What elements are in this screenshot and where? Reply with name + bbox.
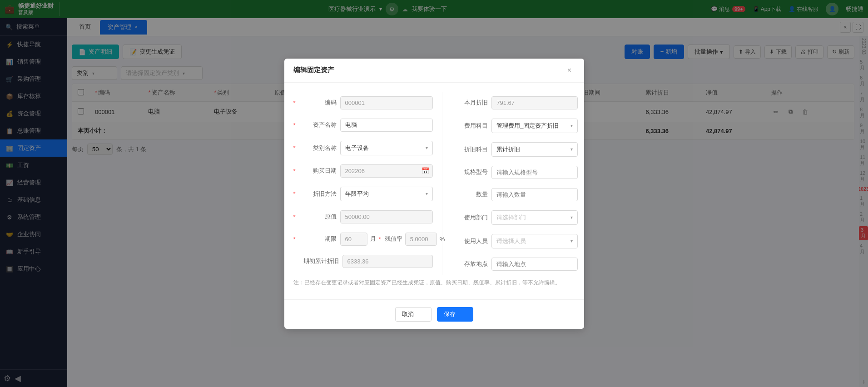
life-label: 期限 — [300, 235, 337, 243]
life-unit: 月 — [370, 235, 376, 243]
modal-body: * 编码 * 资产名称 * 类别名称 电子 — [284, 83, 584, 299]
person-dropdown-icon: ▾ — [570, 238, 573, 243]
expense-account-dropdown-icon: ▾ — [570, 123, 573, 128]
form-row-monthly-dep: 本月折旧 — [451, 92, 578, 114]
form-row-location: 存放地点 — [451, 253, 578, 275]
modal-overlay: 编辑固定资产 × * 编码 * 资产名称 — [0, 0, 868, 387]
spec-model-input[interactable] — [491, 166, 578, 179]
expense-account-value: 管理费用_固定资产折旧 — [496, 122, 559, 130]
category-dropdown-icon: ▾ — [426, 145, 428, 150]
modal-note: 注：已经存在变更记录或者对应固定资产已经生成凭证，原值、购买日期、残值率、累计折… — [293, 275, 575, 290]
dep-method-value: 年限平均 — [345, 190, 369, 198]
modal-header: 编辑固定资产 × — [284, 59, 584, 83]
quantity-label: 数量 — [451, 190, 488, 198]
dep-account-select[interactable]: 累计折旧 ▾ — [491, 142, 578, 157]
code-field-label: 编码 — [300, 99, 337, 107]
edit-asset-modal: 编辑固定资产 × * 编码 * 资产名称 — [284, 59, 584, 329]
location-label: 存放地点 — [451, 260, 488, 268]
purchase-date-label: 购买日期 — [300, 167, 337, 175]
form-row-category: * 类别名称 电子设备 ▾ — [293, 136, 433, 160]
calendar-icon[interactable]: 📅 — [422, 167, 429, 174]
dep-account-dropdown-icon: ▾ — [570, 147, 573, 152]
form-row-quantity: 数量 — [451, 184, 578, 206]
form-row-original-value: * 原值 — [293, 206, 433, 228]
dep-method-label: 折旧方法 — [300, 190, 337, 198]
dep-account-value: 累计折旧 — [496, 145, 520, 154]
life-input[interactable] — [340, 233, 367, 246]
form-left-col: * 编码 * 资产名称 * 类别名称 电子 — [293, 92, 443, 275]
modal-form: * 编码 * 资产名称 * 类别名称 电子 — [293, 92, 575, 275]
opening-dep-label: 期初累计折旧 — [293, 257, 339, 265]
save-button[interactable]: 保存 — [437, 307, 473, 322]
form-row-life: * 期限 月 * 残值率 % — [293, 228, 433, 250]
monthly-dep-input[interactable] — [491, 96, 578, 109]
monthly-dep-label: 本月折旧 — [451, 99, 488, 107]
form-row-purchase-date: * 购买日期 📅 — [293, 160, 433, 182]
opening-dep-input[interactable] — [342, 255, 433, 268]
asset-name-input[interactable] — [340, 119, 433, 132]
purchase-date-input[interactable] — [340, 164, 433, 178]
person-select[interactable]: 请选择人员 ▾ — [491, 234, 578, 248]
original-value-label: 原值 — [300, 213, 337, 221]
department-label: 使用部门 — [451, 213, 488, 222]
code-input[interactable] — [340, 96, 433, 109]
department-placeholder: 请选择部门 — [496, 213, 526, 222]
person-label: 使用人员 — [451, 237, 488, 245]
modal-close-btn[interactable]: × — [564, 65, 575, 76]
dep-method-dropdown-icon: ▾ — [426, 191, 428, 196]
department-dropdown-icon: ▾ — [570, 215, 573, 220]
form-row-dep-account: 折旧科目 累计折旧 ▾ — [451, 138, 578, 161]
form-row-person: 使用人员 请选择人员 ▾ — [451, 229, 578, 253]
category-select-value: 电子设备 — [345, 144, 369, 152]
modal-title: 编辑固定资产 — [293, 66, 334, 74]
form-row-asset-name: * 资产名称 — [293, 114, 433, 136]
expense-account-select[interactable]: 管理费用_固定资产折旧 ▾ — [491, 119, 578, 133]
form-row-dep-method: * 折旧方法 年限平均 ▾ — [293, 182, 433, 206]
residual-rate-label: 残值率 — [385, 235, 402, 243]
purchase-date-wrapper: 📅 — [340, 164, 433, 178]
category-field-label: 类别名称 — [300, 144, 337, 152]
quantity-input[interactable] — [491, 188, 578, 201]
original-value-input[interactable] — [340, 210, 433, 223]
cancel-label: 取消 — [402, 310, 414, 318]
spec-model-label: 规格型号 — [451, 168, 488, 176]
expense-account-label: 费用科目 — [451, 122, 488, 130]
location-input[interactable] — [491, 258, 578, 271]
dep-account-label: 折旧科目 — [451, 145, 488, 154]
modal-footer: 取消 保存 — [284, 299, 584, 329]
residual-rate-input[interactable] — [405, 233, 437, 246]
asset-name-field-label: 资产名称 — [300, 121, 337, 129]
form-right-col: 本月折旧 费用科目 管理费用_固定资产折旧 ▾ 折旧科目 — [442, 92, 578, 275]
form-row-department: 使用部门 请选择部门 ▾ — [451, 206, 578, 229]
category-select-modal[interactable]: 电子设备 ▾ — [340, 141, 433, 155]
cancel-button[interactable]: 取消 — [395, 307, 432, 322]
life-group: 月 * 残值率 % — [340, 233, 433, 246]
save-label: 保存 — [444, 310, 456, 318]
department-select[interactable]: 请选择部门 ▾ — [491, 210, 578, 225]
form-row-code: * 编码 — [293, 92, 433, 114]
form-row-expense-account: 费用科目 管理费用_固定资产折旧 ▾ — [451, 114, 578, 138]
form-row-spec-model: 规格型号 — [451, 161, 578, 184]
person-placeholder: 请选择人员 — [496, 237, 526, 245]
dep-method-select[interactable]: 年限平均 ▾ — [340, 187, 433, 201]
form-row-opening-dep: 期初累计折旧 — [293, 250, 433, 273]
